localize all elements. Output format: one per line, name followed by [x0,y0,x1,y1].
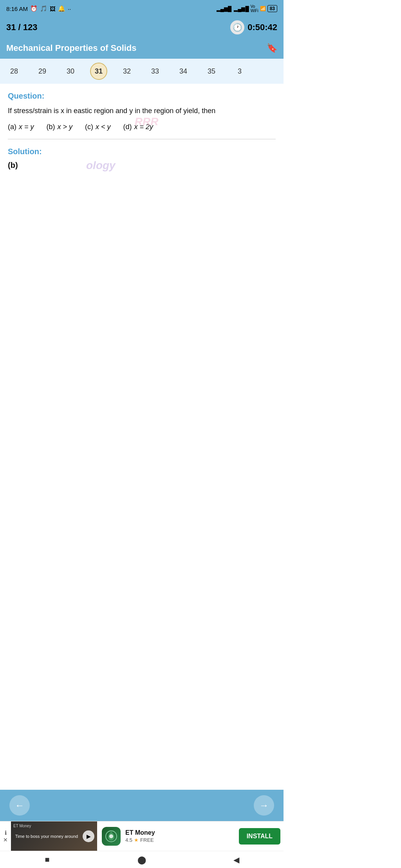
rating-value: 4.5 [125,837,132,843]
question-label: Question: [8,92,276,101]
timer-value: 0:50:42 [247,22,277,32]
solution-label: Solution: [8,147,276,156]
timer-display: 🕐 0:50:42 [230,20,277,34]
square-icon: ■ [45,855,50,864]
wifi-icon: 📶 [260,6,266,11]
wifi-label: VoWiFi [251,4,258,13]
ad-banner: ℹ ✕ ET Money Time to boss your money aro… [0,821,284,851]
option-c: (c) x < y [85,123,111,131]
circle-icon: ⬤ [137,855,146,864]
question-text-content: If stress/strain is x in eastic region a… [8,107,215,115]
time-display: 8:16 AM [6,5,28,12]
back-button[interactable]: ■ [41,854,54,866]
qnum-29[interactable]: 29 [28,66,56,77]
notification-icon: 🔔 [58,5,65,12]
solution-body: (b) ology [8,161,276,170]
qnum-33[interactable]: 33 [141,66,169,77]
info-icon[interactable]: ℹ [5,830,7,836]
rating-star: ★ [134,837,139,843]
option-a: (a) x = y [8,123,34,131]
prev-icon: ← [15,800,24,811]
ad-play-button[interactable]: ▶ [83,830,94,842]
status-time: 8:16 AM ⏰ 🎵 🖼 🔔 ·· [6,5,71,12]
qnum-31-active[interactable]: 31 [90,63,107,80]
battery-display: 83 [267,5,277,12]
qnum-32[interactable]: 32 [113,66,141,77]
header: 31 / 123 🕐 0:50:42 [0,17,284,39]
ad-info-controls: ℹ ✕ [0,828,11,845]
options-row: (a) x = y (b) x > y (c) x < y (d) x = 2y [8,123,276,131]
qnum-next[interactable]: 3 [226,66,254,77]
qnum-35[interactable]: 35 [197,66,226,77]
signal-bars-2: ▂▄▆█ [234,6,249,12]
page-title: Mechanical Properties of Solids [6,43,137,53]
music-icon: 🎵 [40,5,47,12]
ad-app-rating: 4.5 ★ FREE [125,837,234,843]
battery-level: 83 [270,6,275,11]
option-d: (d) x = 2y [123,123,154,131]
free-label: FREE [140,837,154,843]
ad-app-name: ET Money [125,829,234,836]
status-bar: 8:16 AM ⏰ 🎵 🖼 🔔 ·· ▂▄▆█ ▂▄▆█ VoWiFi 📶 83 [0,0,284,17]
bookmark-icon[interactable]: 🔖 [267,43,277,53]
section-divider [8,139,276,139]
ad-text: Time to boss your money around [14,832,79,840]
dots-icon: ·· [68,5,71,12]
alarm-icon: ⏰ [30,5,38,12]
ad-slogan: Time to boss your money around [15,834,78,839]
ad-logo-small: ET Money [13,824,31,828]
qnum-34[interactable]: 34 [169,66,197,77]
recent-button[interactable]: ◀ [230,854,242,866]
question-body: If stress/strain is x in eastic region a… [8,105,276,117]
ad-app-details: ET Money 4.5 ★ FREE [125,829,234,843]
system-nav: ■ ⬤ ◀ [0,851,284,868]
progress-display: 31 / 123 [6,22,38,32]
bottom-nav: ← → [0,790,284,821]
ad-app-icon [102,827,121,846]
status-icons: ▂▄▆█ ▂▄▆█ VoWiFi 📶 83 [217,4,277,13]
prev-button[interactable]: ← [9,795,30,816]
screenshot-icon: 🖼 [50,5,56,12]
ad-app-info: ET Money 4.5 ★ FREE [97,827,239,846]
signal-bars: ▂▄▆█ [217,6,231,12]
main-content: Question: If stress/strain is x in easti… [0,84,284,553]
option-b: (b) x > y [47,123,73,131]
next-button[interactable]: → [254,795,274,816]
svg-point-1 [109,834,113,838]
question-nav: 28 29 30 31 32 33 34 35 3 [0,59,284,84]
solution-answer-value: (b) [8,161,18,169]
qnum-30[interactable]: 30 [56,66,85,77]
install-button[interactable]: INSTALL [239,828,280,845]
home-button[interactable]: ⬤ [135,854,148,866]
close-icon[interactable]: ✕ [3,837,8,843]
qnum-28[interactable]: 28 [0,66,28,77]
timer-icon: 🕐 [230,20,244,34]
next-icon: → [259,800,269,811]
title-bar: Mechanical Properties of Solids 🔖 [0,39,284,59]
solution-watermark: ology [86,159,116,172]
ad-image: ET Money Time to boss your money around … [11,821,97,851]
triangle-icon: ◀ [233,855,239,864]
